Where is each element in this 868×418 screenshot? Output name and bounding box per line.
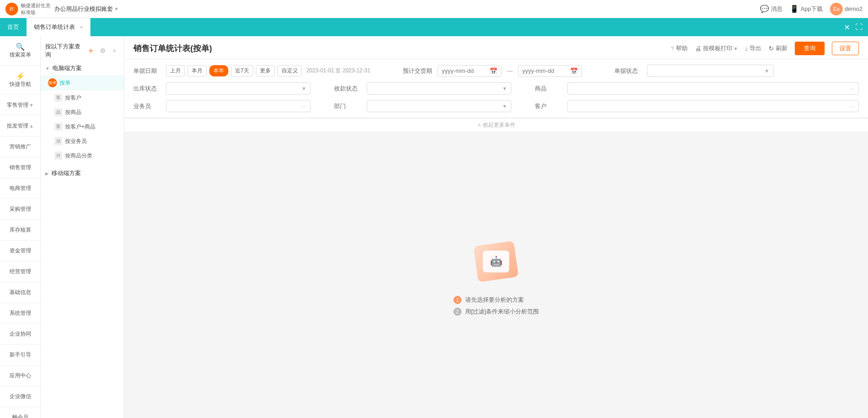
query-button[interactable]: 查询: [795, 42, 825, 55]
sidebar-item-retail[interactable]: 零售管理 ▼: [0, 95, 40, 116]
pay-status-select[interactable]: ▾: [367, 82, 511, 95]
date-buttons: 上月 本月 本年 近7天 更多 自定义 2023-01-01 至 2023-12…: [166, 65, 370, 76]
department-select[interactable]: ▾: [367, 100, 511, 112]
add-scheme-button[interactable]: +: [86, 46, 96, 56]
logo-area: 好 畅捷通好生意 标准版: [5, 2, 51, 15]
collapse-panel-icon[interactable]: «: [109, 46, 119, 56]
top-bar-left: 好 畅捷通好生意 标准版 办公用品行业模拟账套 ▾: [5, 2, 118, 15]
sidebar-item-inventory[interactable]: 库存核算: [0, 220, 40, 241]
last-7-days-btn[interactable]: 近7天: [231, 65, 253, 76]
sidebar-item-marketing[interactable]: 营销推广: [0, 137, 40, 157]
refresh-icon: ↻: [769, 45, 774, 52]
delivery-date-end[interactable]: 📅: [518, 65, 582, 77]
sidebar-item-system[interactable]: 系统管理: [0, 303, 40, 324]
delivery-status-label: 出库状态: [133, 85, 160, 93]
customer-field-wrapper: ···: [567, 100, 859, 112]
pay-status-dropdown-icon: ▾: [503, 85, 506, 92]
scheme-by-salesman[interactable]: 业 按业务员: [41, 134, 124, 148]
salesperson-label: 业务员: [133, 102, 160, 110]
sidebar-item-basic[interactable]: 基础信息: [0, 282, 40, 303]
main-area: 🔍 搜索菜单 ⚡ 快捷导航 零售管理 ▼ 批发管理 ▲ 营销推广 销售管理 电商…: [0, 36, 868, 418]
customer-select[interactable]: ···: [567, 100, 859, 112]
export-button[interactable]: ↓ 导出: [745, 44, 761, 52]
collapse-bar[interactable]: ∧ 收起更多条件: [124, 118, 868, 132]
more-btn[interactable]: 更多: [256, 65, 275, 76]
by-cust-goods-icon: 客: [54, 123, 62, 131]
pay-status-label: 收款状态: [334, 85, 361, 93]
delivery-date-start-input[interactable]: [442, 67, 487, 74]
sidebar-item-operations[interactable]: 经营管理: [0, 261, 40, 282]
left-panel-title: 按以下方案查询: [45, 43, 84, 59]
filter-row-1: 单据日期 上月 本月 本年 近7天 更多 自定义 2023-01-01 至 20…: [133, 65, 859, 77]
window-close-icon[interactable]: ✕: [842, 21, 852, 33]
delivery-date-label: 预计交货期: [403, 67, 432, 75]
top-bar-right: 💬 消息 📱 App下载 Ea demo2: [760, 3, 863, 15]
tab-bar-end: ✕ ⛶: [842, 21, 868, 33]
scheme-by-cust-goods[interactable]: 客 按客户+商品: [41, 119, 124, 134]
tab-home[interactable]: 首页: [0, 18, 27, 36]
tab-close-icon[interactable]: ×: [78, 24, 85, 31]
help-button[interactable]: ? 帮助: [671, 44, 688, 52]
sidebar-item-purchase[interactable]: 采购管理: [0, 199, 40, 220]
custom-btn[interactable]: 自定义: [278, 65, 302, 76]
status-select[interactable]: ▾: [647, 65, 774, 77]
sidebar-item-enterprise[interactable]: 企业协同: [0, 324, 40, 345]
salesperson-more-icon[interactable]: ···: [301, 103, 306, 109]
tree-expand-arrow-icon: ▼: [45, 66, 50, 71]
scheme-by-order[interactable]: 按单 按单: [41, 75, 124, 90]
tip1-num: 1: [453, 296, 462, 304]
sidebar-item-appCenter[interactable]: 应用中心: [0, 366, 40, 386]
filter-row-3: 业务员 ··· 部门 ▾ 客户 ···: [133, 100, 859, 112]
sidebar-item-search-menu[interactable]: 🔍 搜索菜单: [0, 36, 40, 66]
app-title[interactable]: 办公用品行业模拟账套 ▾: [54, 5, 118, 13]
settings-icon[interactable]: ⚙: [98, 46, 108, 56]
top-bar: 好 畅捷通好生意 标准版 办公用品行业模拟账套 ▾ 💬 消息 📱 App下载 E…: [0, 0, 868, 18]
sidebar-item-wechat[interactable]: 企业微信: [0, 386, 40, 407]
print-button[interactable]: 🖨 按模板打印 ▾: [695, 44, 737, 52]
retail-arrow-icon: ▼: [29, 103, 34, 108]
message-button[interactable]: 💬 消息: [760, 5, 783, 13]
sidebar-item-guide[interactable]: 新手引导: [0, 345, 40, 366]
sidebar-item-member[interactable]: 畅会员: [0, 407, 40, 418]
help-icon: ?: [671, 45, 674, 52]
this-year-btn[interactable]: 本年: [209, 65, 228, 76]
sidebar-item-sales[interactable]: 销售管理: [0, 157, 40, 178]
sidebar: 🔍 搜索菜单 ⚡ 快捷导航 零售管理 ▼ 批发管理 ▲ 营销推广 销售管理 电商…: [0, 36, 41, 418]
illustration-face: 🤖: [482, 250, 509, 273]
status-label: 单据状态: [614, 67, 642, 75]
salesperson-field-wrapper: ···: [166, 100, 311, 112]
customer-label: 客户: [535, 102, 562, 110]
print-dropdown-icon: ▾: [734, 45, 737, 52]
status-dropdown-icon: ▾: [765, 67, 769, 74]
sidebar-item-wholesale[interactable]: 批发管理 ▲: [0, 116, 40, 137]
empty-tips: 1 请先选择要分析的方案 2 用[过滤]条件来缩小分析范围: [453, 296, 539, 316]
sidebar-item-finance[interactable]: 资金管理: [0, 241, 40, 261]
sidebar-item-ecommerce[interactable]: 电商管理: [0, 178, 40, 199]
goods-field-wrapper: ···: [567, 82, 859, 95]
logo-icon: 好: [5, 3, 18, 15]
scheme-by-goods-cat[interactable]: 分 按商品分类: [41, 148, 124, 163]
delivery-date-start[interactable]: 📅: [438, 65, 501, 77]
mobile-group-label: ▶ 移动端方案: [41, 166, 124, 180]
page-header: 销售订单统计表(按单) ? 帮助 🖨 按模板打印 ▾ ↓ 导出 ↻ 刷新: [124, 36, 868, 59]
this-month-btn[interactable]: 本月: [188, 65, 207, 76]
delivery-status-select[interactable]: ▾: [166, 82, 311, 95]
salesperson-select[interactable]: ···: [166, 100, 311, 112]
scheme-by-goods[interactable]: 品 按商品: [41, 105, 124, 119]
tab-sales-stats[interactable]: 销售订单统计表 ×: [27, 18, 90, 36]
delivery-date-end-input[interactable]: [522, 67, 567, 74]
refresh-button[interactable]: ↻ 刷新: [769, 44, 788, 52]
scheme-by-customer[interactable]: 客 按客户: [41, 90, 124, 105]
customer-more-icon[interactable]: ···: [849, 103, 854, 109]
user-avatar-button[interactable]: Ea demo2: [830, 3, 863, 15]
goods-select[interactable]: ···: [567, 82, 859, 95]
left-panel-header: 按以下方案查询 + ⚙ «: [41, 40, 124, 62]
sidebar-item-quick-nav[interactable]: ⚡ 快捷导航: [0, 66, 40, 95]
app-download-button[interactable]: 📱 App下载: [790, 5, 823, 13]
goods-more-icon[interactable]: ···: [849, 85, 854, 92]
setting-button[interactable]: 设置: [832, 42, 859, 55]
tip-1: 1 请先选择要分析的方案: [453, 296, 539, 304]
avatar: Ea: [830, 3, 843, 15]
last-month-btn[interactable]: 上月: [166, 65, 185, 76]
window-expand-icon[interactable]: ⛶: [854, 21, 864, 33]
